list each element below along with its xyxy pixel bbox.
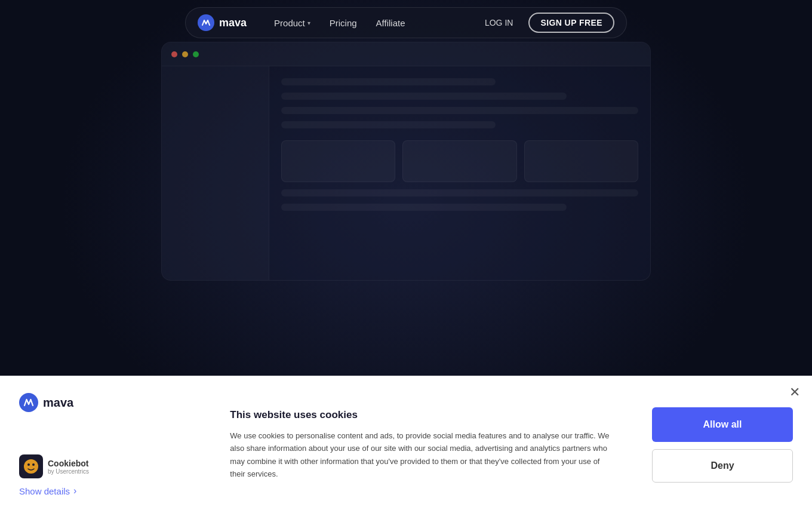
cookiebot-brand-label: Cookiebot — [48, 459, 89, 468]
mockup-body — [162, 66, 650, 280]
cookie-mava-logo-icon — [19, 393, 38, 412]
cookie-content: This website uses cookies We use cookies… — [230, 376, 633, 513]
nav-product[interactable]: Product ▾ — [266, 14, 319, 32]
mockup-main — [269, 66, 650, 280]
cookiebot-logo-icon — [19, 454, 43, 478]
cookie-mava-logo: mava — [19, 393, 211, 412]
mava-logo-icon — [198, 14, 214, 31]
mockup-cards — [281, 140, 638, 182]
cookiebot-text-block: Cookiebot by Usercentrics — [48, 459, 89, 475]
dot-yellow — [182, 51, 188, 57]
login-button[interactable]: LOG IN — [474, 13, 524, 32]
nav-pricing[interactable]: Pricing — [321, 14, 365, 32]
svg-point-3 — [24, 459, 38, 474]
mockup-topbar — [162, 42, 650, 66]
mockup-row — [281, 189, 638, 196]
deny-button[interactable]: Deny — [652, 449, 793, 483]
cookie-close-button[interactable]: ✕ — [789, 386, 800, 399]
mockup-card — [281, 140, 395, 182]
cookie-title: This website uses cookies — [230, 409, 614, 421]
nav-actions: LOG IN SIGN UP FREE — [474, 13, 614, 33]
cookie-banner: ✕ mava Cookiebot by U — [0, 376, 812, 513]
cookie-mava-wordmark: mava — [43, 396, 73, 410]
mockup-row — [281, 78, 496, 85]
cookiebot-sub-label: by Usercentrics — [48, 468, 89, 475]
chevron-down-icon: ▾ — [307, 20, 310, 26]
nav-logo-text: mava — [219, 17, 247, 29]
dashboard-mockup — [161, 42, 651, 281]
mockup-row — [281, 93, 567, 100]
allow-all-button[interactable]: Allow all — [652, 407, 793, 442]
show-details-link[interactable]: Show details › — [19, 486, 211, 496]
mockup-row — [281, 121, 496, 128]
cookiebot-section: Cookiebot by Usercentrics Show details › — [19, 454, 211, 496]
mockup-row — [281, 204, 567, 211]
nav-links: Product ▾ Pricing Affiliate — [266, 14, 455, 32]
mockup-row — [281, 107, 638, 114]
cookie-actions: Allow all Deny — [633, 376, 812, 513]
mockup-card — [402, 140, 516, 182]
chevron-right-icon: › — [73, 486, 76, 496]
dot-red — [171, 51, 177, 57]
navbar: mava Product ▾ Pricing Affiliate LOG IN … — [185, 7, 627, 38]
dot-green — [193, 51, 199, 57]
svg-point-5 — [32, 463, 35, 466]
nav-affiliate[interactable]: Affiliate — [368, 14, 414, 32]
svg-point-1 — [19, 393, 38, 412]
svg-point-4 — [27, 463, 30, 466]
mockup-card — [524, 140, 638, 182]
signup-button[interactable]: SIGN UP FREE — [528, 13, 614, 33]
mockup-sidebar — [162, 66, 269, 280]
nav-logo[interactable]: mava — [198, 14, 247, 31]
cookie-left-panel: mava Cookiebot by Usercentrics Show det — [0, 376, 230, 513]
cookie-body-text: We use cookies to personalise content an… — [230, 429, 614, 481]
